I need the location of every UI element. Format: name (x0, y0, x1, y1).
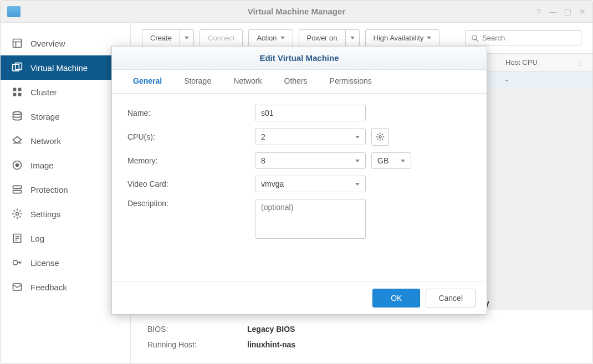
tab-network[interactable]: Network (222, 70, 273, 93)
search-icon (471, 34, 479, 42)
high-availability-button[interactable]: High Availability (365, 29, 440, 47)
sidebar-item-log[interactable]: Log (1, 226, 130, 250)
svg-rect-6 (18, 88, 22, 91)
sidebar-label: Overview (30, 39, 65, 48)
power-button-group: Power on (299, 29, 360, 47)
sidebar-item-cluster[interactable]: Cluster (1, 80, 130, 104)
network-icon (12, 135, 23, 146)
desc-label: Description: (127, 199, 255, 208)
sidebar-item-overview[interactable]: Overview (1, 31, 130, 55)
window-controls: ? — ▢ ✕ (536, 7, 586, 16)
power-dropdown[interactable] (345, 29, 360, 47)
sidebar-label: Storage (30, 112, 60, 121)
minimize-icon[interactable]: — (549, 7, 556, 16)
svg-point-9 (13, 112, 22, 115)
storage-icon (12, 111, 23, 122)
action-button[interactable]: Action (248, 29, 293, 47)
sidebar-label: Virtual Machine (30, 63, 88, 73)
cluster-icon (12, 86, 23, 98)
host-value: linuxhint-nas (247, 340, 295, 349)
sidebar-label: Cluster (30, 88, 57, 97)
search-input[interactable] (482, 34, 575, 42)
cell-host-cpu: - (505, 76, 572, 84)
memory-label: Memory: (127, 156, 255, 165)
sidebar-item-settings[interactable]: Settings (1, 202, 130, 226)
video-select[interactable]: vmvga (255, 176, 366, 192)
name-input[interactable] (255, 105, 366, 121)
sidebar-label: Protection (30, 185, 68, 194)
sidebar-item-storage[interactable]: Storage (1, 104, 130, 129)
feedback-icon (12, 281, 23, 293)
svg-rect-0 (13, 39, 22, 48)
license-icon (12, 257, 23, 268)
protection-icon (12, 184, 23, 195)
svg-line-22 (476, 39, 478, 41)
cancel-button[interactable]: Cancel (426, 289, 476, 307)
memory-select[interactable]: 8 (255, 152, 366, 169)
log-icon (12, 233, 23, 244)
maximize-icon[interactable]: ▢ (564, 7, 571, 16)
create-button-group: Create (142, 29, 194, 47)
sidebar-item-virtual-machine[interactable]: Virtual Machine (1, 55, 130, 80)
close-icon[interactable]: ✕ (579, 7, 586, 16)
memory-unit-select[interactable]: GB (371, 152, 411, 169)
svg-rect-13 (13, 191, 22, 193)
bios-label: BIOS: (147, 325, 247, 334)
caret-down-icon (355, 136, 360, 139)
svg-rect-12 (13, 186, 22, 188)
caret-down-icon (427, 37, 431, 39)
tab-permissions[interactable]: Permissions (319, 70, 383, 93)
ok-button[interactable]: OK (372, 289, 420, 307)
caret-down-icon (350, 37, 355, 39)
sidebar-item-protection[interactable]: Protection (1, 177, 130, 202)
svg-point-23 (379, 136, 381, 138)
bios-value: Legacy BIOS (247, 325, 295, 334)
svg-rect-7 (13, 93, 17, 96)
create-dropdown[interactable] (180, 29, 194, 47)
sidebar-item-network[interactable]: Network (1, 129, 130, 153)
modal-title: Edit Virtual Machine (112, 47, 487, 70)
titlebar: Virtual Machine Manager ? — ▢ ✕ (1, 1, 592, 23)
sidebar-label: Feedback (30, 283, 67, 292)
host-label: Running Host: (147, 340, 247, 349)
modal-footer: OK Cancel (112, 281, 487, 314)
image-icon (12, 160, 23, 171)
details-panel: BIOS: Legacy BIOS Running Host: linuxhin… (131, 310, 592, 363)
svg-point-21 (472, 35, 477, 39)
create-button[interactable]: Create (142, 29, 180, 47)
tab-others[interactable]: Others (273, 70, 319, 93)
sidebar-label: Image (30, 161, 54, 170)
tab-storage[interactable]: Storage (173, 70, 222, 93)
col-menu-icon[interactable]: ⋮ (572, 58, 584, 66)
caret-down-icon (355, 183, 360, 186)
tab-general[interactable]: General (122, 70, 173, 93)
sidebar-item-feedback[interactable]: Feedback (1, 275, 130, 299)
svg-rect-5 (13, 88, 17, 91)
col-host-cpu[interactable]: Host CPU (505, 58, 572, 66)
svg-point-11 (16, 164, 19, 167)
cpu-select[interactable]: 2 (255, 129, 366, 145)
sidebar-label: Log (30, 234, 44, 243)
power-on-button[interactable]: Power on (299, 29, 345, 47)
connect-button[interactable]: Connect (200, 29, 243, 47)
cpu-settings-button[interactable] (371, 128, 389, 146)
overview-icon (12, 38, 23, 49)
name-label: Name: (127, 109, 255, 117)
window-title: Virtual Machine Manager (248, 7, 345, 16)
svg-rect-8 (18, 93, 22, 96)
sidebar-label: License (30, 258, 59, 268)
search-box[interactable] (465, 30, 581, 45)
sidebar-label: Settings (30, 209, 60, 219)
edit-vm-modal: Edit Virtual Machine General Storage Net… (111, 46, 487, 315)
vm-icon (12, 62, 23, 73)
gear-icon (376, 132, 385, 141)
caret-down-icon (355, 160, 360, 162)
svg-point-14 (16, 213, 19, 216)
app-icon (7, 6, 21, 17)
sidebar-item-image[interactable]: Image (1, 153, 130, 177)
sidebar-item-license[interactable]: License (1, 250, 130, 275)
settings-icon (12, 208, 23, 219)
sidebar-label: Network (30, 136, 61, 146)
help-icon[interactable]: ? (536, 7, 541, 16)
desc-textarea[interactable] (255, 199, 366, 239)
